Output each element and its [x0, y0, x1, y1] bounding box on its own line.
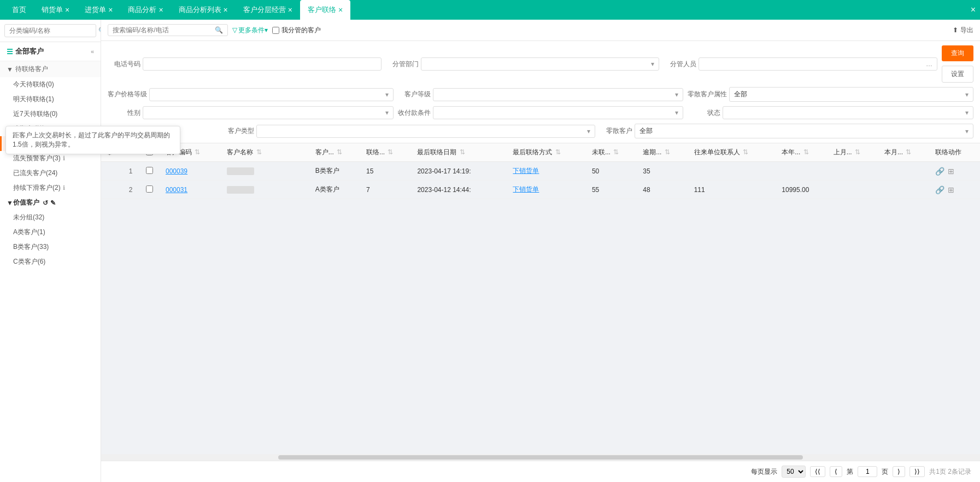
th-last-method[interactable]: 最后联络方式 ⇅: [507, 143, 586, 162]
row2-checkbox[interactable]: [146, 185, 153, 193]
filter-row-3: 性别 ▾ 收付款条件 ▾ 状态: [108, 106, 973, 119]
value-edit-icon[interactable]: ✎: [50, 199, 56, 207]
page-number-input[interactable]: [858, 466, 877, 477]
th-unit-contact[interactable]: 往来单位联系人 ⇅: [689, 143, 777, 162]
table-scroll-wrap[interactable]: ⚙ 客户编码 ⇅ 客户名称 ⇅: [101, 143, 980, 454]
th-last-month[interactable]: 上月... ⇅: [828, 143, 879, 162]
retail-customer-dropdown[interactable]: 全部 ▾: [635, 124, 973, 138]
filter-cell-gender: 性别 ▾: [108, 106, 394, 119]
value-refresh-icon[interactable]: ↺: [43, 199, 48, 207]
scrollbar-thumb[interactable]: [278, 455, 803, 460]
sidebar-item-7days[interactable]: 近7天待联络(0): [0, 107, 101, 121]
search-input[interactable]: [113, 26, 215, 34]
action-grid-icon-2[interactable]: ⊞: [948, 185, 954, 194]
export-btn[interactable]: ⬆ 导出: [953, 26, 973, 35]
filter-cell-dept: 分管部门 ▾: [386, 57, 660, 71]
nav-close-all[interactable]: ×: [971, 5, 976, 15]
status-arrow: ▾: [965, 109, 969, 117]
td-last-date-2: 2023-04-12 14:44:: [412, 181, 507, 199]
td-last-method-1[interactable]: 下销货单: [507, 162, 586, 181]
horizontal-scrollbar[interactable]: [101, 454, 980, 461]
sidebar: 🔍 ☰ 全部客户 « ▼ 待联络客户 今天待联络(0) 明天待联络(1) 近7天…: [0, 20, 101, 482]
sidebar-item-unsorted[interactable]: 未分组(32): [0, 210, 101, 225]
continuous-down-info-icon: ℹ: [63, 184, 65, 191]
tooltip-box: 距客户上次交易时长，超过了此客户的平均交易周期的1.5倍，则视为异常。: [5, 126, 101, 154]
sidebar-search-input[interactable]: [4, 24, 96, 37]
first-page-btn[interactable]: ⟨⟨: [810, 466, 825, 477]
nav-purchase-close[interactable]: ×: [108, 5, 113, 14]
next-page-btn[interactable]: ⟩: [893, 466, 905, 477]
filter-row-2: 客户价格等级 ▾ 客户等级 ▾ 零散客户属性 全部: [108, 87, 973, 102]
nav-analysis-close[interactable]: ×: [159, 5, 163, 14]
sidebar-pending-contact-group[interactable]: ▼ 待联络客户: [0, 61, 101, 77]
td-checkbox-2[interactable]: [140, 181, 160, 199]
retail-attr-dropdown[interactable]: 全部 ▾: [729, 87, 973, 102]
prev-page-btn[interactable]: ⟨: [830, 466, 842, 477]
action-link-icon-2[interactable]: 🔗: [935, 185, 944, 194]
nav-customer-tier[interactable]: 客户分层经营 ×: [236, 0, 300, 20]
sidebar-item-tomorrow[interactable]: 明天待联络(1): [0, 92, 101, 107]
action-link-icon-1[interactable]: 🔗: [935, 167, 944, 176]
nav-analysis[interactable]: 商品分析 ×: [120, 0, 171, 20]
nav-sales[interactable]: 销货单 ×: [34, 0, 77, 20]
sidebar-item-c-class[interactable]: C类客户(6): [0, 254, 101, 269]
query-button[interactable]: 查询: [942, 45, 973, 61]
th-overdue[interactable]: 逾期... ⇅: [637, 143, 688, 162]
sort-contact-icon: ⇅: [388, 148, 393, 156]
th-name[interactable]: 客户名称 ⇅: [221, 143, 310, 162]
nav-customer-contact[interactable]: 客户联络 ×: [300, 0, 350, 20]
status-dropdown[interactable]: ▾: [723, 106, 973, 119]
th-last-date[interactable]: 最后联络日期 ⇅: [412, 143, 507, 162]
customer-type-dropdown[interactable]: ▾: [256, 125, 595, 138]
td-checkbox-1[interactable]: [140, 162, 160, 181]
td-code-2[interactable]: 000031: [160, 181, 221, 199]
my-customers-checkbox[interactable]: [272, 27, 279, 34]
payment-dropdown[interactable]: ▾: [433, 106, 684, 119]
sidebar-item-b-class[interactable]: B类客户(33): [0, 240, 101, 254]
filter-cell-manager: 分管人员 …: [664, 57, 937, 71]
row1-checkbox[interactable]: [146, 167, 153, 174]
sort-last-method-icon: ⇅: [555, 148, 561, 156]
filter-cell-phone: 电话号码: [108, 57, 382, 71]
nav-purchase[interactable]: 进货单 ×: [77, 0, 120, 20]
td-last-method-2[interactable]: 下销货单: [507, 181, 586, 199]
dept-dropdown[interactable]: ▾: [421, 57, 660, 71]
sidebar-collapse-icon[interactable]: «: [91, 48, 94, 55]
my-customers-checkbox-label[interactable]: 我分管的客户: [272, 26, 321, 35]
nav-customer-tier-close[interactable]: ×: [288, 5, 292, 14]
th-contact[interactable]: 联络... ⇅: [361, 143, 412, 162]
manager-dropdown[interactable]: …: [699, 57, 937, 71]
th-this-year[interactable]: 本年... ⇅: [776, 143, 828, 162]
phone-input[interactable]: [143, 57, 382, 71]
sidebar-item-lost[interactable]: 已流失客户(24): [0, 166, 101, 181]
nav-analysis-list[interactable]: 商品分析列表 ×: [171, 0, 236, 20]
price-level-dropdown[interactable]: ▾: [149, 88, 394, 101]
last-page-btn[interactable]: ⟩⟩: [909, 466, 925, 477]
sidebar-all-customers[interactable]: ☰ 全部客户 «: [0, 42, 101, 61]
per-page-select[interactable]: 50: [782, 466, 806, 478]
nav-customer-contact-close[interactable]: ×: [338, 5, 343, 14]
settings-button[interactable]: 设置: [942, 66, 973, 83]
nav-analysis-list-close[interactable]: ×: [224, 5, 228, 14]
th-this-month[interactable]: 本月... ⇅: [879, 143, 930, 162]
sidebar-item-a-class[interactable]: A类客户(1): [0, 225, 101, 240]
gender-dropdown[interactable]: ▾: [143, 106, 394, 119]
td-no-order-1: 50: [586, 162, 637, 181]
nav-home[interactable]: 首页: [4, 0, 34, 20]
more-conditions-btn[interactable]: ▽ 更多条件 ▾: [232, 26, 268, 35]
sidebar-item-continuous-down[interactable]: 持续下滑客户(2) ℹ: [0, 181, 101, 195]
value-arrow-icon: ▼: [7, 199, 13, 207]
td-code-1[interactable]: 000039: [160, 162, 221, 181]
sidebar-value-customers[interactable]: ▼ 价值客户 ↺ ✎: [0, 195, 101, 210]
action-grid-icon-1[interactable]: ⊞: [948, 167, 954, 176]
filter-cell-status: 状态 ▾: [688, 106, 973, 119]
customer-level-dropdown[interactable]: ▾: [433, 88, 684, 101]
td-name-1[interactable]: [221, 162, 310, 181]
th-no-order[interactable]: 未联... ⇅: [586, 143, 637, 162]
td-name-2[interactable]: [221, 181, 310, 199]
th-level[interactable]: 客户... ⇅: [310, 143, 361, 162]
lost-pre-info-icon: ℹ: [63, 155, 65, 162]
td-action-2: 🔗 ⊞: [930, 181, 980, 199]
nav-sales-close[interactable]: ×: [65, 5, 69, 14]
sidebar-item-today[interactable]: 今天待联络(0): [0, 77, 101, 92]
